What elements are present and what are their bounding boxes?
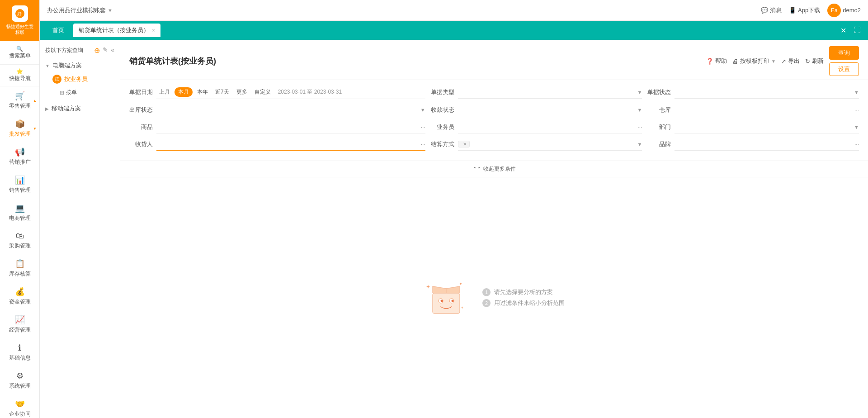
export-label: 导出: [788, 57, 800, 65]
date-btn-this-month[interactable]: 本月: [175, 87, 193, 97]
help-btn[interactable]: ❓ 帮助: [706, 57, 727, 65]
warehouse-more-icon[interactable]: ···: [854, 107, 859, 113]
filter-panel-header: 按以下方案查询 ⊕ ✎ «: [40, 43, 120, 57]
settlement-arrow-icon[interactable]: ▼: [637, 142, 642, 147]
brand-label: 品牌: [647, 140, 671, 148]
brand-more-icon[interactable]: ···: [854, 141, 859, 147]
goods-control[interactable]: ···: [156, 121, 425, 133]
svg-text:✦: ✦: [426, 284, 430, 290]
bill-status-label: 单据状态: [647, 88, 671, 96]
sidebar-item-ecommerce[interactable]: 💻 电商管理: [0, 199, 39, 227]
out-status-control[interactable]: ▼: [156, 104, 425, 116]
filter-row-2: 出库状态 ▼ 收款状态 ▼ 仓库 ···: [129, 104, 859, 116]
collapse-conditions-btn[interactable]: ⌃⌃ 收起更多条件: [467, 164, 521, 174]
system-icon: ⚙: [16, 371, 24, 381]
tab-close-window-icon[interactable]: ✕: [839, 24, 848, 37]
warehouse-control[interactable]: ···: [675, 104, 859, 116]
query-button[interactable]: 查询: [829, 46, 859, 60]
brand-control[interactable]: ···: [675, 138, 859, 151]
collapse-panel-btn[interactable]: «: [111, 46, 114, 55]
dept-control[interactable]: ▼: [675, 121, 859, 133]
goods-more-icon[interactable]: ···: [421, 124, 425, 130]
print-btn[interactable]: 🖨 按模板打印 ▼: [732, 57, 776, 65]
date-btn-custom[interactable]: 自定义: [252, 87, 274, 97]
scheme-group-mobile-header[interactable]: ▶ 移动端方案: [40, 102, 120, 115]
company-selector[interactable]: 办公用品行业模拟账套 ▼: [47, 6, 113, 14]
sidebar-item-base-info[interactable]: ℹ 基础信息: [0, 338, 39, 366]
consignee-more-icon[interactable]: ···: [421, 141, 425, 147]
company-dropdown-icon: ▼: [108, 8, 113, 13]
settlement-control[interactable]: ✕ ▼: [458, 138, 642, 151]
main-area: 办公用品行业模拟账套 ▼ 💬 消息 📱 App下载 Ea demo2 首页: [40, 0, 868, 418]
enterprise-icon: 🤝: [15, 399, 25, 409]
sidebar-item-system[interactable]: ⚙ 系统管理: [0, 366, 39, 394]
sidebar-item-shortcut[interactable]: ⭐ 快捷导航: [0, 65, 39, 86]
step-1-text: 请先选择要分析的方案: [494, 288, 553, 296]
staff-control[interactable]: ···: [458, 121, 642, 133]
scheme-group-desktop: ▼ 电脑端方案 按 按业务员 ⊞ 按单: [40, 57, 120, 100]
settings-button[interactable]: 设置: [829, 62, 859, 76]
date-filter-group: 上月 本月 本年 近7天 更多 自定义 2023-03-01 至 2023-03…: [156, 87, 342, 97]
staff-label: 业务员: [431, 123, 454, 131]
sidebar-item-sales[interactable]: 📊 销售管理: [0, 171, 39, 199]
step-2-text: 用过滤条件来缩小分析范围: [494, 299, 565, 307]
bill-type-control[interactable]: ▼: [458, 86, 642, 99]
app-download-btn[interactable]: 📱 App下载: [789, 6, 820, 14]
settlement-tag-close[interactable]: ✕: [463, 142, 467, 147]
scheme-sub-item-by-bill[interactable]: ⊞ 按单: [40, 86, 120, 99]
empty-state: ✦ ✦ ✦ 1 请先选择要分析的方案 2 用过滤条件来缩小分析范围: [120, 177, 868, 418]
tab-close-icon[interactable]: ×: [152, 27, 155, 33]
consignee-control[interactable]: ···: [156, 138, 425, 151]
add-scheme-btn[interactable]: ⊕: [94, 46, 100, 55]
user-menu[interactable]: Ea demo2: [827, 4, 861, 17]
print-icon: 🖨: [732, 58, 738, 65]
bill-status-control[interactable]: ▼: [675, 86, 859, 99]
filter-row-1: 单据日期 上月 本月 本年 近7天 更多 自定义 2023-03-01 至 20…: [129, 86, 859, 99]
sidebar-item-wholesale[interactable]: 📦 批发管理 ▼: [0, 114, 39, 142]
page-content: 按以下方案查询 ⊕ ✎ « ▼ 电脑端方案 按 按业务员 ⊞ 按: [40, 40, 868, 418]
tab-sales-stats[interactable]: 销货单统计表（按业务员） ×: [73, 24, 160, 37]
tab-maximize-icon[interactable]: ⛶: [852, 24, 863, 36]
sidebar-item-retail[interactable]: 🛒 零售管理: [0, 86, 39, 114]
filter-item-staff: 业务员 ···: [431, 121, 642, 133]
warehouse-label: 仓库: [647, 106, 671, 114]
form-header-actions: ❓ 帮助 🖨 按模板打印 ▼ ↗ 导出 ↻ 刷新: [706, 46, 859, 76]
phone-icon: 📱: [789, 7, 796, 14]
sidebar-item-purchase[interactable]: 🛍 采购管理: [0, 227, 39, 254]
topbar: 办公用品行业模拟账套 ▼ 💬 消息 📱 App下载 Ea demo2: [40, 0, 868, 21]
date-btn-this-year[interactable]: 本年: [194, 87, 211, 97]
tab-home[interactable]: 首页: [45, 24, 71, 37]
sidebar-item-finance[interactable]: 💰 资金管理: [0, 282, 39, 310]
scheme-item-by-staff[interactable]: 按 按业务员: [40, 72, 120, 86]
collect-status-arrow-icon[interactable]: ▼: [637, 107, 642, 113]
step-1-num: 1: [482, 288, 491, 296]
edit-scheme-btn[interactable]: ✎: [103, 46, 108, 55]
bill-status-arrow-icon[interactable]: ▼: [854, 90, 859, 95]
help-label: 帮助: [715, 57, 727, 65]
sidebar-item-enterprise[interactable]: 🤝 企业协同: [0, 394, 39, 418]
out-status-arrow-icon[interactable]: ▼: [420, 107, 425, 113]
sidebar-item-inventory[interactable]: 📋 库存核算: [0, 254, 39, 282]
staff-more-icon[interactable]: ···: [637, 124, 642, 130]
filter-item-bill-type: 单据类型 ▼: [431, 86, 642, 99]
tab-active-label: 销货单统计表（按业务员）: [79, 26, 149, 34]
refresh-btn[interactable]: ↻ 刷新: [805, 57, 824, 65]
sidebar-item-search[interactable]: 🔍 搜索菜单: [0, 41, 39, 65]
group-desktop-label: 电脑端方案: [52, 62, 82, 70]
filter-item-settlement: 结算方式 ✕ ▼: [431, 138, 642, 151]
dept-arrow-icon[interactable]: ▼: [854, 124, 859, 130]
date-btn-7days[interactable]: 近7天: [212, 87, 232, 97]
date-btn-more[interactable]: 更多: [234, 87, 250, 97]
sidebar-item-marketing[interactable]: 📢 营销推广: [0, 142, 39, 171]
svg-text:✦: ✦: [459, 281, 462, 286]
bill-type-arrow-icon[interactable]: ▼: [637, 90, 642, 95]
date-btn-last-month[interactable]: 上月: [156, 87, 173, 97]
collect-status-control[interactable]: ▼: [458, 104, 642, 116]
filter-item-collect-status: 收款状态 ▼: [431, 104, 642, 116]
refresh-label: 刷新: [812, 57, 824, 65]
export-btn[interactable]: ↗ 导出: [781, 57, 800, 65]
sidebar-item-operation[interactable]: 📈 经营管理: [0, 310, 39, 338]
settlement-label: 结算方式: [431, 140, 454, 148]
scheme-group-desktop-header[interactable]: ▼ 电脑端方案: [40, 59, 120, 72]
message-btn[interactable]: 💬 消息: [761, 6, 782, 14]
